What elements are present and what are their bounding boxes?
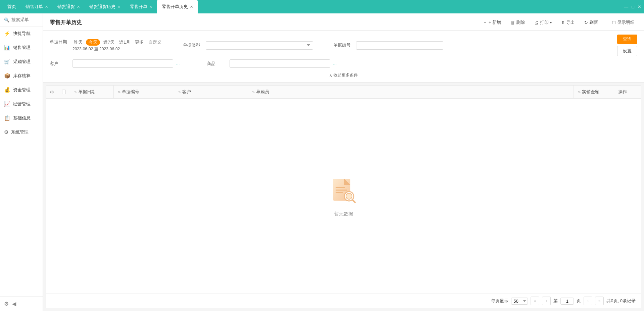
window-controls: — □ ✕ bbox=[624, 4, 641, 9]
refresh-icon: ↻ bbox=[584, 20, 588, 25]
settings-button[interactable]: 设置 bbox=[617, 46, 637, 56]
date-more[interactable]: 更多 bbox=[134, 39, 145, 46]
delete-label: 删除 bbox=[516, 19, 525, 25]
toolbar-divider bbox=[605, 20, 605, 25]
tab-home[interactable]: 首页 bbox=[3, 0, 21, 13]
content-area: 零售开单历史 ＋ + 新增 🗑 删除 🖨 打印 ▾ ⬆ 导出 bbox=[43, 13, 644, 311]
main-layout: 🔍 搜索采单 ⚡ 快捷导航 📊 销售管理 🛒 采购管理 📦 库存核算 💰 资金管… bbox=[0, 13, 644, 311]
prev-page-btn[interactable]: ‹ bbox=[542, 297, 551, 305]
sidebar-item-system-mgmt[interactable]: ⚙ 系统管理 bbox=[0, 125, 43, 139]
date-filter-label: 单据日期 bbox=[50, 39, 70, 45]
sort-icon-left: ⇅ bbox=[74, 90, 77, 94]
sidebar-item-quick-nav[interactable]: ⚡ 快捷导航 bbox=[0, 27, 43, 41]
sort-icon-number: ⇅ bbox=[118, 90, 120, 94]
tab-sales-return-close[interactable]: ✕ bbox=[77, 5, 80, 9]
operations-mgmt-icon: 📈 bbox=[4, 101, 10, 107]
sidebar-item-operations-mgmt[interactable]: 📈 经营管理 bbox=[0, 97, 43, 111]
prev-page-icon: ‹ bbox=[546, 299, 547, 303]
sidebar-search[interactable]: 🔍 搜索采单 bbox=[0, 13, 43, 27]
th-amount[interactable]: ⇅ 实销金额 bbox=[574, 86, 614, 98]
date-today[interactable]: 今天 bbox=[86, 39, 100, 46]
date-last7[interactable]: 近7天 bbox=[102, 39, 116, 46]
th-date[interactable]: ⇅ 单据日期 bbox=[70, 86, 114, 98]
tab-sales-order[interactable]: 销售订单 ✕ bbox=[21, 0, 53, 13]
window-maximize[interactable]: □ bbox=[632, 4, 634, 9]
filter-row-1: 单据日期 昨天 今天 近7天 近1月 更多 自定义 2023-06-02 至 2… bbox=[50, 35, 637, 56]
customer-input[interactable] bbox=[72, 59, 173, 68]
sort-icon-amount: ⇅ bbox=[578, 90, 581, 94]
collapse-label: 收起更多条件 bbox=[334, 72, 358, 78]
sidebar-item-sales-mgmt[interactable]: 📊 销售管理 bbox=[0, 41, 43, 55]
refresh-button[interactable]: ↻ 刷新 bbox=[582, 18, 601, 27]
tab-retail-open[interactable]: 零售开单 ✕ bbox=[125, 0, 157, 13]
tab-retail-open-close[interactable]: ✕ bbox=[149, 5, 152, 9]
column-settings-icon[interactable]: ⚙ bbox=[50, 90, 54, 95]
basic-info-icon: 📋 bbox=[4, 115, 10, 121]
export-button[interactable]: ⬆ 导出 bbox=[558, 18, 578, 27]
print-button[interactable]: 🖨 打印 ▾ bbox=[532, 18, 554, 27]
doc-number-input[interactable] bbox=[356, 41, 443, 50]
select-all-checkbox[interactable] bbox=[62, 90, 66, 94]
date-custom[interactable]: 自定义 bbox=[147, 39, 163, 46]
search-icon: 🔍 bbox=[4, 17, 9, 22]
tab-sales-return-history-close[interactable]: ✕ bbox=[117, 5, 120, 9]
query-button[interactable]: 查询 bbox=[617, 35, 637, 44]
sidebar-item-quick-nav-label: 快捷导航 bbox=[13, 31, 31, 37]
tab-sales-return-label: 销货退货 bbox=[57, 4, 75, 10]
action-buttons: 查询 设置 bbox=[617, 35, 637, 56]
sidebar-collapse-btn[interactable]: ◀ bbox=[12, 301, 16, 307]
print-label: 打印 bbox=[540, 19, 549, 25]
tab-retail-open-history[interactable]: 零售开单历史 ✕ bbox=[157, 0, 198, 13]
collapse-bar[interactable]: ∧ 收起更多条件 bbox=[50, 71, 637, 78]
page-word: 第 bbox=[553, 298, 558, 304]
pagination-summary: 共0页, 0条记录 bbox=[606, 298, 636, 304]
th-extra bbox=[288, 86, 574, 98]
th-number[interactable]: ⇅ 单据编号 bbox=[114, 86, 174, 98]
next-page-btn[interactable]: › bbox=[584, 297, 592, 305]
tab-sales-return-history[interactable]: 销货退货历史 ✕ bbox=[85, 0, 125, 13]
th-settings[interactable]: ⚙ bbox=[46, 86, 58, 98]
sidebar-item-finance-mgmt[interactable]: 💰 资金管理 bbox=[0, 83, 43, 97]
tab-sales-return[interactable]: 销货退货 ✕ bbox=[53, 0, 85, 13]
goods-input[interactable] bbox=[230, 59, 330, 68]
doc-type-select[interactable] bbox=[206, 41, 313, 50]
th-action: 操作 bbox=[614, 86, 641, 98]
goods-ellipsis[interactable]: ··· bbox=[333, 61, 337, 66]
sidebar-item-operations-mgmt-label: 经营管理 bbox=[13, 101, 31, 107]
system-mgmt-icon: ⚙ bbox=[4, 129, 8, 135]
th-guide[interactable]: ⇅ 导购员 bbox=[248, 86, 288, 98]
page-number-input[interactable] bbox=[560, 298, 574, 305]
date-yesterday[interactable]: 昨天 bbox=[72, 39, 84, 46]
sidebar-item-basic-info[interactable]: 📋 基础信息 bbox=[0, 111, 43, 125]
window-minimize[interactable]: — bbox=[624, 4, 628, 9]
delete-button[interactable]: 🗑 删除 bbox=[508, 18, 528, 27]
page-header: 零售开单历史 ＋ + 新增 🗑 删除 🖨 打印 ▾ ⬆ 导出 bbox=[43, 13, 644, 31]
empty-illustration bbox=[327, 175, 360, 206]
window-close[interactable]: ✕ bbox=[638, 4, 641, 9]
customer-filter-label: 客户 bbox=[50, 61, 70, 67]
export-label: 导出 bbox=[566, 19, 575, 25]
last-page-btn[interactable]: » bbox=[595, 297, 604, 305]
display-checkbox-icon: ☐ bbox=[612, 20, 616, 25]
tab-retail-open-history-close[interactable]: ✕ bbox=[190, 5, 193, 9]
sidebar-bottom: ⚙ ◀ bbox=[0, 296, 43, 311]
tab-sales-order-label: 销售订单 bbox=[26, 4, 43, 10]
th-customer[interactable]: ⇅ 客户 bbox=[174, 86, 248, 98]
svg-rect-2 bbox=[336, 190, 347, 191]
first-page-btn[interactable]: « bbox=[531, 297, 539, 305]
display-detail-button[interactable]: ☐ 显示明细 bbox=[609, 18, 637, 27]
customer-ellipsis[interactable]: ··· bbox=[176, 61, 180, 66]
sidebar-item-inventory-calc[interactable]: 📦 库存核算 bbox=[0, 69, 43, 83]
tab-sales-order-close[interactable]: ✕ bbox=[45, 5, 48, 9]
th-customer-label: 客户 bbox=[182, 89, 191, 95]
date-last1month[interactable]: 近1月 bbox=[118, 39, 132, 46]
per-page-select[interactable]: 50 20 100 bbox=[511, 298, 528, 305]
goods-filter-label: 商品 bbox=[207, 61, 227, 67]
sidebar-settings-btn[interactable]: ⚙ bbox=[4, 301, 9, 307]
date-shortcuts-container: 昨天 今天 近7天 近1月 更多 自定义 2023-06-02 至 2023-0… bbox=[72, 39, 163, 52]
add-button[interactable]: ＋ + 新增 bbox=[480, 18, 504, 27]
th-checkbox[interactable] bbox=[58, 86, 70, 98]
tab-home-label: 首页 bbox=[7, 4, 16, 10]
print-icon: 🖨 bbox=[534, 20, 539, 25]
sidebar-item-purchase-mgmt[interactable]: 🛒 采购管理 bbox=[0, 55, 43, 69]
